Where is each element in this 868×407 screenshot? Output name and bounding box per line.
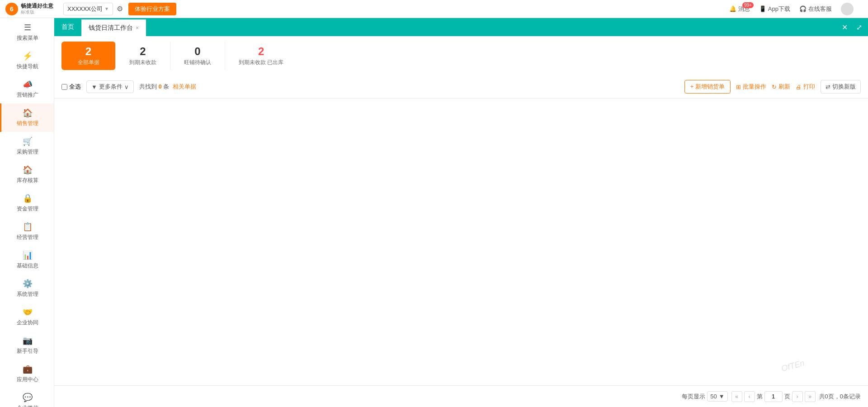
stat-number-pending: 0 [194,45,200,58]
sidebar-item-sales[interactable]: 🏠 销售管理 [0,103,54,132]
main-layout: ☰ 搜索菜单 ⚡ 快捷导航 📣 营销推广 🏠 销售管理 🛒 采购管理 🏠 库存核… [0,18,868,407]
last-page-button[interactable]: » [805,391,816,402]
sidebar-item-search-menu[interactable]: ☰ 搜索菜单 [0,18,54,47]
sidebar-item-guide[interactable]: 📷 新手引导 [0,331,54,360]
purchase-icon: 🛒 [23,136,33,146]
stat-label-all: 全部单据 [78,59,99,66]
select-all-checkbox[interactable]: 全选 [61,83,81,91]
sidebar-item-enterprise[interactable]: 🤝 企业协同 [0,303,54,331]
tab-workbench[interactable]: 钱货日清工作台 × [81,18,146,36]
sidebar-item-label: 企业协同 [17,319,38,327]
stat-card-all[interactable]: 2 全部单据 [61,42,116,70]
avatar[interactable] [841,3,854,15]
toolbar-left: 全选 ▼ 更多条件 ∨ 共找到 0 条 相关单据 [61,80,679,93]
print-button[interactable]: 🖨 打印 [796,83,815,91]
sidebar-item-operations[interactable]: 📋 经营管理 [0,217,54,246]
maximize-button[interactable]: ⤢ [854,22,864,33]
filter-icon: ▼ [91,84,97,90]
messages-badge: 99+ [742,2,754,8]
add-order-button[interactable]: + 新增销货单 [684,80,731,94]
sidebar-item-label: 经营管理 [17,234,38,241]
basic-info-icon: 📊 [23,250,33,260]
inventory-icon: 🏠 [23,165,33,175]
toolbar-right: + 新增销货单 ⊞ 批量操作 ↻ 刷新 🖨 打印 ⇄ [684,80,861,94]
logo-subtitle: 标准版 [21,9,53,15]
company-selector[interactable]: XXXXXX公司 ▼ [63,3,113,15]
sidebar: ☰ 搜索菜单 ⚡ 快捷导航 📣 营销推广 🏠 销售管理 🛒 采购管理 🏠 库存核… [0,18,54,407]
app-download-button[interactable]: 📱 App下载 [759,5,790,13]
top-header: 6 畅捷通好生意 标准版 XXXXXX公司 ▼ ⚙ 体验行业方案 🔔 消息 99… [0,0,868,18]
sidebar-item-app-center[interactable]: 💼 应用中心 [0,360,54,388]
switch-version-button[interactable]: ⇄ 切换新版 [821,80,861,94]
pagination: 每页显示 50 ▼ « ‹ 第 页 › » 共0页，0条记录 [54,385,868,407]
sidebar-item-label: 销售管理 [17,120,38,127]
next-page-button[interactable]: › [792,391,803,402]
stat-label-overdue: 到期未收款 [129,59,156,66]
tab-label: 钱货日清工作台 [89,24,133,32]
finance-icon: 🔒 [23,193,33,203]
operations-icon: 📋 [23,222,33,232]
page-content: 2 全部单据 2 到期未收款 0 旺铺待确认 2 到期未收款 已出库 [54,36,868,407]
stat-number-all: 2 [85,45,91,58]
stat-number-overdue: 2 [140,45,146,58]
batch-operation-button[interactable]: ⊞ 批量操作 [736,83,766,91]
sidebar-item-system[interactable]: ⚙️ 系统管理 [0,274,54,303]
toolbar: 全选 ▼ 更多条件 ∨ 共找到 0 条 相关单据 [54,75,868,98]
refresh-button[interactable]: ↻ 刷新 [772,83,790,91]
sidebar-item-quick-nav[interactable]: ⚡ 快捷导航 [0,47,54,75]
page-size-selector: 每页显示 50 ▼ [682,391,727,402]
search-menu-icon: ☰ [24,23,31,33]
sidebar-item-label: 基础信息 [17,262,38,270]
found-text: 共找到 0 条 相关单据 [139,83,196,91]
sidebar-item-enterprise-wechat[interactable]: 💬 企业微信 [0,388,54,407]
messages-button[interactable]: 🔔 消息 99+ [729,5,750,13]
sidebar-item-label: 企业微信 [17,404,38,407]
first-page-button[interactable]: « [731,391,742,402]
content-area: 首页 钱货日清工作台 × ✕ ⤢ 2 全部单据 2 到期 [54,18,868,407]
stat-number-overdue-shipped: 2 [258,45,264,58]
online-service-button[interactable]: 🎧 在线客服 [799,5,832,13]
trial-button[interactable]: 体验行业方案 [128,3,176,15]
stat-label-overdue-shipped: 到期未收款 已出库 [239,59,283,66]
header-right: 🔔 消息 99+ 📱 App下载 🎧 在线客服 [729,3,863,15]
bell-icon: 🔔 [729,5,736,12]
sidebar-item-label: 新手引导 [17,347,38,355]
page-size-dropdown[interactable]: 50 ▼ [707,391,727,402]
sidebar-item-label: 库存核算 [17,177,38,184]
logo-title: 畅捷通好生意 [21,3,53,9]
checkbox-input[interactable] [61,84,67,90]
sales-icon: 🏠 [23,108,33,118]
settings-icon[interactable]: ⚙ [117,5,123,13]
page-navigation: « ‹ 第 页 › » [731,391,816,402]
marketing-icon: 📣 [23,80,33,89]
refresh-icon: ↻ [772,84,777,90]
stat-card-overdue-shipped[interactable]: 2 到期未收款 已出库 [225,42,297,70]
sidebar-item-marketing[interactable]: 📣 营销推广 [0,75,54,103]
app-center-icon: 💼 [23,364,33,374]
close-tab-button[interactable]: ✕ [839,22,850,33]
logo-area: 6 畅捷通好生意 标准版 [5,3,60,15]
related-orders-link[interactable]: 相关单据 [173,83,196,90]
sidebar-item-label: 营销推广 [17,91,38,99]
stat-card-overdue[interactable]: 2 到期未收款 [116,42,170,70]
sidebar-item-inventory[interactable]: 🏠 库存核算 [0,160,54,189]
sidebar-item-finance[interactable]: 🔒 资金管理 [0,189,54,217]
stat-card-pending[interactable]: 0 旺铺待确认 [170,42,225,70]
service-icon: 🎧 [799,5,807,12]
download-icon: 📱 [759,5,766,12]
filter-button[interactable]: ▼ 更多条件 ∨ [86,80,134,93]
quick-nav-icon: ⚡ [23,51,33,61]
logo-text: 畅捷通好生意 标准版 [21,3,53,14]
tab-bar: 首页 钱货日清工作台 × ✕ ⤢ [54,18,868,36]
switch-icon: ⇄ [826,84,830,90]
tab-home[interactable]: 首页 [54,18,81,36]
chevron-down-icon: ▼ [104,6,109,11]
enterprise-wechat-icon: 💬 [23,393,33,402]
sidebar-item-purchase[interactable]: 🛒 采购管理 [0,132,54,160]
sidebar-item-basic-info[interactable]: 📊 基础信息 [0,246,54,274]
total-records: 共0页，0条记录 [819,393,861,401]
prev-page-button[interactable]: ‹ [744,391,755,402]
tab-close-icon[interactable]: × [136,25,139,31]
company-name: XXXXXX公司 [67,5,103,13]
page-number-input[interactable] [764,391,783,402]
